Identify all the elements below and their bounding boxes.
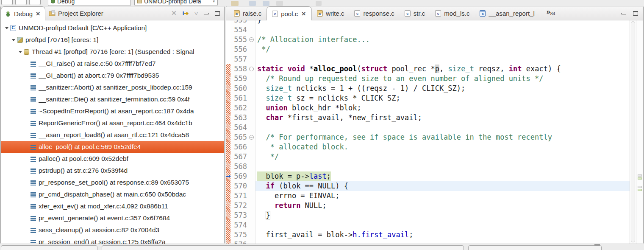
code-text[interactable]: } xyxy=(255,211,630,220)
annotation-ruler[interactable] xyxy=(226,54,230,64)
editor-tab-str-c[interactable]: cstr.c xyxy=(400,6,430,20)
collapsed-view-tab[interactable] xyxy=(1,245,97,250)
annotation-ruler[interactable] xyxy=(226,152,230,162)
annotation-ruler[interactable] xyxy=(226,132,230,142)
tree-row[interactable]: pstrdup() at str.c:276 0x539f4d xyxy=(1,165,224,177)
tab-debug[interactable]: Debug ✕ xyxy=(1,6,45,20)
annotation-ruler[interactable] xyxy=(226,201,230,211)
editor-tab-mod-ls-c[interactable]: cmod_ls.c xyxy=(430,6,475,20)
view-menu-icon[interactable]: ▽ xyxy=(194,11,198,16)
code-text[interactable]: size_t nclicks = 1 + ((reqsz - 1) / CLIC… xyxy=(255,84,630,93)
overview-ruler[interactable] xyxy=(636,20,643,244)
annotation-ruler[interactable] xyxy=(226,25,230,35)
annotation-ruler[interactable] xyxy=(226,123,230,132)
toolbar-icon[interactable] xyxy=(263,1,269,6)
code-text[interactable]: union block_hdr *blok; xyxy=(255,103,630,113)
toolbar-icon[interactable] xyxy=(249,1,256,6)
tree-row[interactable]: __sanitizer::Die() at sanitizer_terminat… xyxy=(1,93,224,105)
code-text[interactable] xyxy=(255,240,630,244)
annotation-ruler[interactable] xyxy=(226,93,230,103)
code-text[interactable]: first_avail = blok->h.first_avail; xyxy=(255,230,630,240)
tree-row[interactable]: xfer_exit_ev() at mod_xfer.c:4,092 0x886… xyxy=(1,200,224,212)
toolbar-button[interactable] xyxy=(1,0,13,5)
maximize-icon[interactable] xyxy=(215,11,220,16)
code-text[interactable]: /* For performance, see if space is avai… xyxy=(255,132,630,142)
tree-row[interactable]: pr_session_end() at session.c:125 0x6ffa… xyxy=(1,236,224,244)
collapsed-view-tab[interactable] xyxy=(468,245,602,250)
code-text[interactable]: errno = EINVAL; xyxy=(255,191,630,201)
close-icon[interactable]: ✕ xyxy=(35,11,41,17)
code-text[interactable] xyxy=(255,54,630,64)
annotation-ruler[interactable] xyxy=(226,181,230,191)
annotation-ruler[interactable] xyxy=(226,230,230,240)
scrollbar-thumb[interactable] xyxy=(631,21,635,242)
code-text[interactable]: return NULL; xyxy=(255,201,630,211)
annotation-ruler[interactable] xyxy=(226,220,230,230)
annotation-ruler[interactable] xyxy=(226,191,230,201)
tab-project-explorer[interactable]: Project Explorer xyxy=(45,6,108,20)
maximize-icon[interactable] xyxy=(633,11,638,16)
annotation-ruler[interactable] xyxy=(226,84,230,93)
annotation-ruler[interactable] xyxy=(226,45,230,54)
annotation-ruler[interactable] xyxy=(226,171,230,181)
more-tabs-indicator[interactable]: » 84 xyxy=(540,6,557,20)
fold-collapse-icon[interactable] xyxy=(249,37,254,42)
tree-row[interactable]: __GI_raise() at raise.c:50 0x7ffff7bf7ed… xyxy=(1,58,224,70)
toolbar-button[interactable] xyxy=(29,0,41,5)
expand-arrow-icon[interactable] xyxy=(10,39,17,41)
annotation-ruler[interactable] xyxy=(226,20,230,25)
code-text[interactable]: } xyxy=(255,20,630,25)
code-text[interactable]: if (blok == NULL) { xyxy=(255,181,630,191)
tree-row[interactable]: pr_event_generate() at event.c:357 0x6f7… xyxy=(1,212,224,224)
expand-arrow-icon[interactable] xyxy=(3,27,10,29)
annotation-ruler[interactable] xyxy=(226,211,230,220)
tree-row[interactable]: __sanitizer::Abort() at sanitizer_posix_… xyxy=(1,81,224,93)
editor-tab-asan-report-l[interactable]: c__asan_report_l xyxy=(475,6,539,20)
code-text[interactable]: */ xyxy=(255,152,630,162)
code-text[interactable]: size_t sz = nclicks * CLICK_SZ; xyxy=(255,93,630,103)
code-text[interactable]: char *first_avail, *new_first_avail; xyxy=(255,113,630,123)
editor-tab-response-c[interactable]: cresponse.c xyxy=(349,6,399,20)
tree-row[interactable]: pr_cmd_dispatch_phase() at main.c:650 0x… xyxy=(1,188,224,200)
editor-tab-raise-c[interactable]: craise.c xyxy=(229,6,266,20)
code-text[interactable]: * allocated block. xyxy=(255,142,630,152)
toolbar-icon[interactable] xyxy=(231,1,239,6)
tree-row[interactable]: alloc_pool() at pool.c:569 0x52dfe4 xyxy=(1,141,224,153)
code-text[interactable]: static void *alloc_pool(struct pool_rec … xyxy=(255,64,630,74)
tree-row[interactable]: proftpd [70716] [cores: 1] xyxy=(1,34,224,46)
tree-row[interactable]: sess_cleanup() at session.c:82 0x7004d3 xyxy=(1,224,224,236)
annotation-ruler[interactable] xyxy=(226,64,230,74)
fold-collapse-icon[interactable] xyxy=(249,135,254,140)
annotation-ruler[interactable] xyxy=(226,142,230,152)
annotation-ruler[interactable] xyxy=(226,162,230,171)
minimize-icon[interactable] xyxy=(594,244,600,245)
minimize-icon[interactable] xyxy=(204,13,209,14)
debug-configuration-combo[interactable]: Debug xyxy=(48,0,131,6)
toolbar-icon[interactable] xyxy=(316,1,322,6)
annotation-ruler[interactable] xyxy=(226,113,230,123)
toolbar-button[interactable] xyxy=(15,0,27,5)
tree-row[interactable]: CUNMOD-proftpd Default [C/C++ Applicatio… xyxy=(1,22,224,34)
show-debug-context-icon[interactable]: i➔ xyxy=(183,10,189,17)
code-text[interactable]: /* Allocation interface... xyxy=(255,35,630,45)
annotation-ruler[interactable] xyxy=(226,240,230,244)
tree-row[interactable]: __GI_abort() at abort.c:79 0x7ffff7bd953… xyxy=(1,70,224,81)
annotation-ruler[interactable] xyxy=(226,35,230,45)
collapsed-view-tab[interactable] xyxy=(102,245,464,250)
editor-tab-write-c[interactable]: cwrite.c xyxy=(312,6,349,20)
tree-row[interactable]: Thread #1 [proftpd] 70716 [core: 1] (Sus… xyxy=(1,46,224,58)
toolbar-icon[interactable] xyxy=(276,1,283,6)
tree-row[interactable]: __asan_report_load8() at asan_rtl.cc:121… xyxy=(1,129,224,141)
code-text[interactable]: blok = p->last; xyxy=(255,171,630,181)
code-text[interactable] xyxy=(255,162,630,171)
annotation-ruler[interactable] xyxy=(226,74,230,84)
tree-row[interactable]: ReportGenericError() at asan_report.cc:4… xyxy=(1,117,224,129)
tree-row[interactable]: pr_response_set_pool() at response.c:89 … xyxy=(1,177,224,188)
code-text[interactable] xyxy=(255,25,630,35)
code-text[interactable] xyxy=(255,123,630,132)
editor-tab-pool-c[interactable]: cpool.c✕ xyxy=(266,6,312,20)
code-text[interactable]: /* Round up requested size to an even nu… xyxy=(255,74,630,84)
remove-all-terminated-icon[interactable]: ✕ xyxy=(171,9,177,17)
code-text[interactable] xyxy=(255,220,630,230)
minimize-icon[interactable] xyxy=(621,13,626,14)
